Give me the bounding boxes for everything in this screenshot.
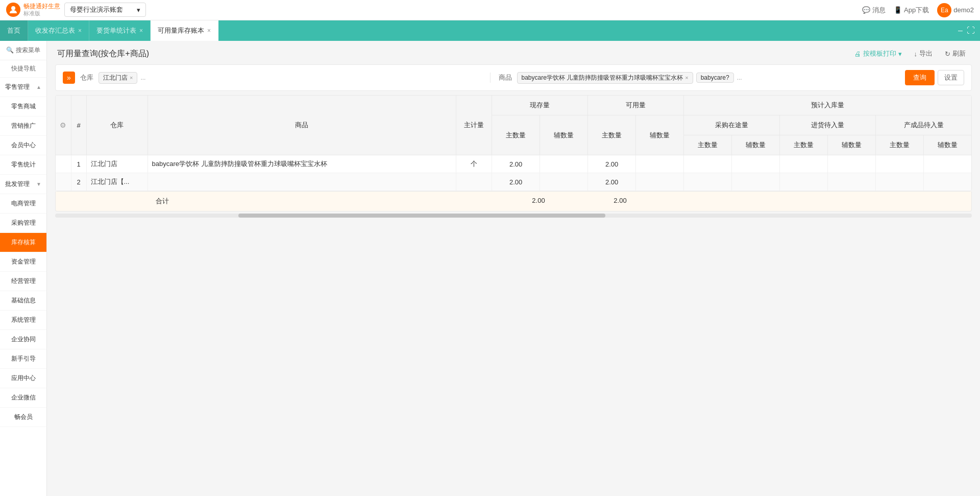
th-procurement: 采购在途量	[684, 115, 780, 135]
sidebar-item-marketing[interactable]: 营销推广	[0, 116, 46, 136]
setting-button[interactable]: 设置	[938, 70, 964, 85]
scroll-track	[55, 214, 972, 218]
product-tag-0[interactable]: babycare学饮杯 儿童防摔防撞吸管杯重力球吸嘴杯宝宝水杯 ×	[517, 72, 693, 84]
th-settings[interactable]: ⚙	[56, 96, 71, 155]
sidebar-item-system[interactable]: 系统管理	[0, 311, 46, 330]
th-procure-aux: 辅数量	[732, 135, 780, 155]
cell-procure-aux-1	[732, 155, 780, 173]
cell-incoming-main-2	[780, 173, 828, 191]
order-stats-tab-label: 要货单统计表	[96, 26, 136, 35]
cell-settings-2	[56, 173, 71, 191]
th-current-aux: 辅数量	[540, 115, 588, 155]
product-tag-1[interactable]: babycare?	[696, 73, 734, 83]
order-stats-tab-close[interactable]: ×	[139, 27, 143, 34]
export-label: 导出	[919, 49, 933, 58]
sidebar-item-retail-stats[interactable]: 零售统计	[0, 155, 46, 175]
nav-window-actions: – ⛶	[953, 26, 980, 35]
cell-unit-2	[456, 173, 492, 191]
tab-collection[interactable]: 收发存汇总表 ×	[28, 20, 89, 41]
tab-home[interactable]: 首页	[0, 20, 28, 41]
sidebar-item-finance[interactable]: 资金管理	[0, 252, 46, 272]
data-table-container: ⚙ # 仓库 商品 主计量 现存量 可用量 预计入库量 主数量 辅	[55, 95, 972, 192]
app-download-button[interactable]: 📱 App下载	[894, 6, 929, 15]
operations-label: 经营管理	[11, 277, 36, 286]
sidebar-item-enterprise[interactable]: 企业协同	[0, 330, 46, 349]
top-bar: 畅捷通好生意 标准版 母婴行业演示账套 ▾ 💬 消息 📱 App下载 Ea de…	[0, 0, 980, 20]
product-tag-close-0[interactable]: ×	[685, 75, 688, 81]
sidebar-item-member[interactable]: 会员中心	[0, 136, 46, 155]
app-center-label: 应用中心	[11, 374, 36, 383]
sidebar-search[interactable]: 🔍 搜索菜单	[0, 41, 46, 60]
cell-current-main-2: 2.00	[492, 173, 540, 191]
purchase-label: 采购管理	[11, 219, 36, 227]
th-unit: 主计量	[456, 96, 492, 155]
tab-available-stock[interactable]: 可用量库存账本 ×	[151, 20, 218, 41]
table-row: 1 江北门店 babycare学饮杯 儿童防摔防撞吸管杯重力球吸嘴杯宝宝水杯 个…	[56, 155, 971, 173]
sidebar-item-ecommerce[interactable]: 电商管理	[0, 194, 46, 214]
product-tag-area: babycare学饮杯 儿童防摔防撞吸管杯重力球吸嘴杯宝宝水杯 × babyca…	[517, 72, 900, 84]
cell-warehouse-1: 江北门店	[86, 155, 148, 173]
sidebar-item-member2[interactable]: 畅会员	[0, 408, 46, 427]
sidebar-item-inventory[interactable]: 库存核算	[0, 233, 46, 252]
print-chevron-icon: ▾	[898, 50, 902, 58]
cell-incoming-aux-1	[828, 155, 876, 173]
product-tag-text-1: babycare?	[701, 74, 729, 81]
product-more[interactable]: ...	[737, 74, 742, 81]
sidebar-item-retail-mgmt[interactable]: 零售管理 ▲	[0, 78, 46, 97]
top-bar-right: 💬 消息 📱 App下载 Ea demo2	[862, 3, 974, 17]
table-footer: 合计 2.00 2.00	[55, 192, 972, 211]
warehouse-tag-area: 江北门店 × ...	[99, 72, 482, 84]
sidebar-item-purchase[interactable]: 采购管理	[0, 214, 46, 233]
warehouse-tag-close[interactable]: ×	[130, 75, 133, 81]
product-label: 商品	[499, 73, 512, 82]
quick-nav-label: 快捷导航	[11, 65, 36, 72]
refresh-icon: ↻	[945, 50, 950, 58]
store-selector[interactable]: 母婴行业演示账套 ▾	[64, 3, 146, 17]
warehouse-tag-jiangbei[interactable]: 江北门店 ×	[99, 72, 137, 84]
available-stock-tab-close[interactable]: ×	[207, 27, 211, 34]
tab-order-stats[interactable]: 要货单统计表 ×	[89, 20, 151, 41]
cell-incoming-main-1	[780, 155, 828, 173]
chevron-down-icon: ▾	[137, 6, 140, 14]
cell-available-main-2: 2.00	[588, 173, 636, 191]
message-icon: 💬	[862, 6, 870, 14]
cell-procure-main-2	[684, 173, 732, 191]
sidebar-item-wholesale-mgmt[interactable]: 批发管理 ▼	[0, 175, 46, 194]
cell-production-main-2	[876, 173, 924, 191]
minimize-icon[interactable]: –	[958, 26, 963, 35]
user-name: demo2	[953, 6, 974, 14]
export-button[interactable]: ↓ 导出	[910, 47, 937, 60]
print-button[interactable]: 🖨 按模板打印 ▾	[850, 47, 906, 60]
sidebar-item-app-center[interactable]: 应用中心	[0, 369, 46, 388]
search-label: 搜索菜单	[16, 46, 40, 54]
query-button[interactable]: 查询	[905, 70, 935, 85]
scroll-thumb[interactable]	[238, 214, 605, 218]
member-label: 会员中心	[11, 141, 36, 150]
collection-tab-close[interactable]: ×	[78, 27, 82, 34]
user-profile[interactable]: Ea demo2	[937, 3, 974, 17]
export-icon: ↓	[914, 50, 918, 58]
message-button[interactable]: 💬 消息	[862, 6, 886, 15]
cell-procure-main-1	[684, 155, 732, 173]
sidebar-item-quick-nav[interactable]: 快捷导航	[0, 60, 46, 78]
cell-available-aux-2	[636, 173, 684, 191]
logo-sub: 标准版	[23, 10, 60, 17]
th-no: #	[71, 96, 86, 155]
sidebar-item-enterprise-wechat[interactable]: 企业微信	[0, 388, 46, 408]
warehouse-more[interactable]: ...	[140, 74, 145, 81]
sidebar-item-new-guide[interactable]: 新手引导	[0, 349, 46, 369]
sidebar-item-operations[interactable]: 经营管理	[0, 272, 46, 291]
footer-current-main: 2.00	[518, 197, 559, 206]
logo-icon	[6, 3, 20, 17]
available-stock-tab-label: 可用量库存账本	[158, 26, 204, 35]
maximize-icon[interactable]: ⛶	[967, 26, 975, 35]
top-bar-left: 畅捷通好生意 标准版 母婴行业演示账套 ▾	[6, 3, 146, 17]
th-incoming: 进货待入量	[780, 115, 876, 135]
refresh-button[interactable]: ↻ 刷新	[941, 47, 970, 60]
cell-procure-aux-2	[732, 173, 780, 191]
filter-expand-button[interactable]: »	[63, 72, 75, 84]
sidebar-item-retail-mall[interactable]: 零售商城	[0, 97, 46, 116]
settings-icon: ⚙	[60, 121, 66, 129]
expand-icon: »	[67, 74, 71, 82]
sidebar-item-basic-info[interactable]: 基础信息	[0, 291, 46, 311]
